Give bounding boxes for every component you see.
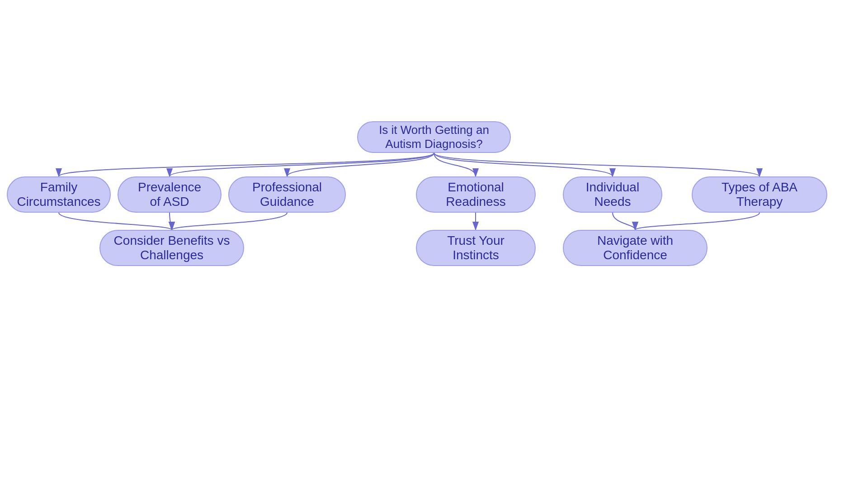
node-trust-instincts: Trust Your Instincts (416, 230, 536, 266)
node-individual-needs: Individual Needs (563, 176, 662, 213)
node-professional-guidance: Professional Guidance (228, 176, 346, 213)
node-types-aba: Types of ABA Therapy (692, 176, 827, 213)
node-prevalence-asd: Prevalence of ASD (118, 176, 222, 213)
node-in-label: Individual Needs (576, 180, 649, 209)
node-tyi-label: Trust Your Instincts (429, 233, 522, 262)
node-er-label: Emotional Readiness (429, 180, 522, 209)
node-aba-label: Types of ABA Therapy (705, 180, 814, 209)
node-consider-benefits: Consider Benefits vs Challenges (99, 230, 244, 266)
node-cbc-label: Consider Benefits vs Challenges (113, 233, 231, 262)
node-root: Is it Worth Getting an Autism Diagnosis? (357, 121, 511, 153)
node-family-circumstances: Family Circumstances (7, 176, 111, 213)
node-navigate-confidence: Navigate with Confidence (563, 230, 708, 266)
node-nwc-label: Navigate with Confidence (576, 233, 694, 262)
node-fc-label: Family Circumstances (17, 180, 100, 209)
node-root-label: Is it Worth Getting an Autism Diagnosis? (371, 123, 497, 151)
node-pg-label: Professional Guidance (242, 180, 332, 209)
node-pasd-label: Prevalence of ASD (131, 180, 208, 209)
node-emotional-readiness: Emotional Readiness (416, 176, 536, 213)
diagram-container: Is it Worth Getting an Autism Diagnosis?… (0, 0, 868, 490)
